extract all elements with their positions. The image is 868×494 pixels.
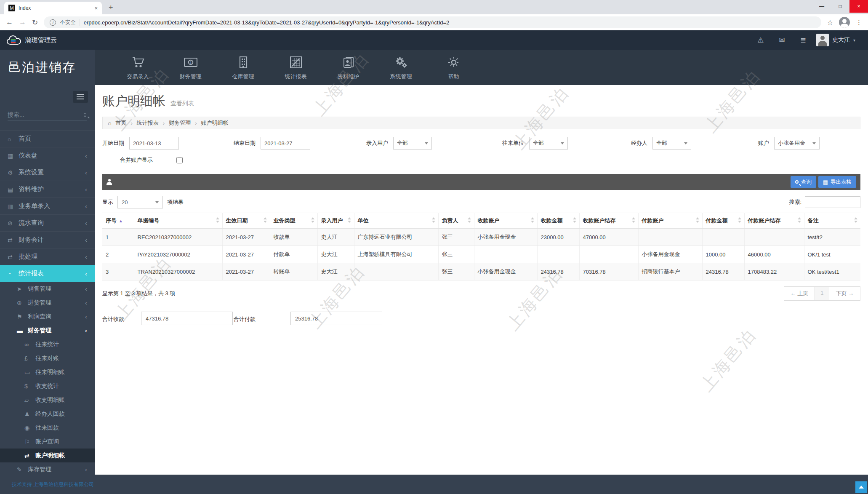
reload-icon[interactable]: ↻ [32, 18, 38, 27]
col-payment-amount[interactable]: 付款金额 [702, 213, 744, 229]
sidebar-item-income-expense-stats[interactable]: $ 收支统计 [0, 379, 95, 393]
user-icon: ♟ [24, 411, 35, 417]
sidebar-item-purchase-mgmt[interactable]: ⊕ 进货管理 ‹ [0, 296, 95, 310]
mail-icon[interactable]: ✉ [779, 36, 785, 45]
sidebar-item-stats-report[interactable]: ◔ 统计报表 ‹ [0, 265, 95, 282]
user-icon [107, 179, 112, 185]
forward-icon[interactable]: → [19, 18, 26, 27]
breadcrumb-separator [195, 120, 197, 126]
new-tab-button[interactable]: + [109, 4, 113, 11]
money-bill-icon: 1 [184, 55, 197, 70]
nav-stats-report[interactable]: 统计报表 [269, 50, 322, 85]
sidebar-item-batch-process[interactable]: ⇄ 批处理 ‹ [0, 248, 95, 265]
site-info-icon[interactable]: i [50, 19, 56, 26]
col-biz-type[interactable]: 业务类型 [270, 213, 317, 229]
sidebar-item-agent-collection[interactable]: ♟ 经办人回款 [0, 407, 95, 421]
col-entry-user[interactable]: 录入用户 [317, 213, 354, 229]
nav-trade-entry[interactable]: 交易录入 [112, 50, 164, 85]
page-size-select[interactable]: 20 [117, 196, 163, 208]
start-date-input[interactable] [129, 137, 179, 150]
back-to-top-button[interactable] [855, 481, 867, 493]
nav-system-mgmt[interactable]: 系统管理 [375, 50, 427, 85]
query-button[interactable]: 查询 [791, 176, 816, 188]
sidebar-item-system-settings[interactable]: ⚙ 系统设置 ‹ [0, 164, 95, 181]
sun-icon [448, 55, 460, 70]
total-payment-input[interactable] [290, 312, 382, 325]
search-icon[interactable] [84, 113, 86, 117]
sidebar-item-party-reconcile[interactable]: £ 往来对账 [0, 351, 95, 365]
tab-close-icon[interactable]: × [94, 5, 98, 11]
url-text[interactable]: erpdoc.epoerp.cn/Biz/Stat/AccountDetail?… [84, 19, 450, 26]
export-table-button[interactable]: ▦ 导出表格 [818, 176, 856, 188]
table-search-input[interactable] [805, 196, 860, 208]
sidebar-item-finance-mgmt[interactable]: ▬ 财务管理 ‹ [0, 323, 95, 337]
nav-finance-mgmt[interactable]: 1 财务管理 [164, 50, 217, 85]
col-unit[interactable]: 单位 [354, 213, 438, 229]
sidebar-item-account-query[interactable]: ⚐ 账户查询 [0, 435, 95, 449]
chevron-icon: ‹ [85, 466, 87, 473]
back-icon[interactable]: ← [6, 18, 13, 27]
nav-warehouse-mgmt[interactable]: 仓库管理 [217, 50, 269, 85]
next-page-button[interactable]: 下页 → [829, 286, 860, 301]
table-row[interactable]: 1REC20210327000002 2021-03-27收款单 史大江广东博远… [102, 229, 860, 246]
bookmark-star-icon[interactable]: ☆ [827, 19, 833, 27]
nav-help[interactable]: 帮助 [427, 50, 480, 85]
alert-icon[interactable]: ⚠ [757, 36, 764, 45]
current-page[interactable]: 1 [815, 286, 829, 301]
server-icon[interactable]: ≣ [800, 36, 806, 45]
sidebar-search-input[interactable] [8, 111, 84, 118]
nav-data-maintenance[interactable]: 资料维护 [322, 50, 375, 85]
sidebar-item-profit-query[interactable]: ⚑ 利润查询 ‹ [0, 310, 95, 323]
end-date-input[interactable] [261, 137, 310, 150]
col-receipt-account[interactable]: 收款账户 [474, 213, 537, 229]
sidebar-item-dashboard[interactable]: ▦ 仪表盘 ‹ [0, 147, 95, 164]
address-bar[interactable]: i 不安全 erpdoc.epoerp.cn/Biz/Stat/AccountD… [44, 16, 821, 28]
col-payment-balance[interactable]: 付款账户结存 [744, 213, 804, 229]
prev-page-button[interactable]: ← 上页 [784, 286, 815, 301]
col-receipt-balance[interactable]: 收款账户结存 [579, 213, 638, 229]
window-maximize-button[interactable]: □ [831, 0, 849, 13]
account-select[interactable]: 小张备用金 [774, 137, 820, 150]
table-row[interactable]: 2PAY20210327000002 2021-03-27付款单 史大江上海塑骄… [102, 246, 860, 263]
breadcrumb-stats-report[interactable]: 统计报表 [137, 119, 159, 127]
party-select[interactable]: 全部 [529, 137, 568, 150]
col-effective-date[interactable]: 生效日期 [222, 213, 270, 229]
sidebar-item-party-ledger[interactable]: ▭ 往来明细账 [0, 365, 95, 379]
sidebar-item-data-maintenance[interactable]: ▤ 资料维护 ‹ [0, 181, 95, 198]
entry-user-select[interactable]: 全部 [393, 137, 432, 150]
svg-text:1: 1 [189, 60, 192, 64]
user-name: 史大江 [832, 36, 850, 44]
table-row[interactable]: 3TRAN20210327000002 2021-03-27转账单 史大江 张三… [102, 263, 860, 280]
browser-profile-avatar[interactable] [839, 17, 850, 28]
pagination: ← 上页 1 下页 → [784, 286, 860, 301]
pound-icon: £ [24, 355, 35, 362]
browser-menu-icon[interactable]: ⋮ [856, 19, 862, 26]
col-receipt-amount[interactable]: 收款金额 [537, 213, 579, 229]
col-seq[interactable]: 序号▲ [102, 213, 134, 229]
sidebar-item-party-collection[interactable]: ◉ 往来回款 [0, 421, 95, 435]
sidebar-item-party-stats[interactable]: ∞ 往来统计 [0, 337, 95, 351]
merge-accounts-checkbox[interactable] [176, 157, 183, 163]
sidebar-item-sales-mgmt[interactable]: ➤ 销售管理 ‹ [0, 282, 95, 296]
agent-select[interactable]: 全部 [652, 137, 691, 150]
sidebar-item-income-expense-ledger[interactable]: ▱ 收支明细账 [0, 393, 95, 407]
account-detail-table: 序号▲ 单据编号 生效日期 业务类型 录入用户 单位 负责人 收款账户 收款金额… [102, 213, 860, 280]
window-minimize-button[interactable]: — [812, 0, 831, 13]
sidebar-item-flow-query[interactable]: ⊘ 流水查询 ‹ [0, 214, 95, 231]
col-owner[interactable]: 负责人 [438, 213, 474, 229]
sidebar-item-account-detail[interactable]: ⇄ 账户明细帐 [0, 449, 95, 462]
sidebar-item-finance-accounting[interactable]: ⇄ 财务会计 ‹ [0, 231, 95, 248]
user-menu[interactable]: 史大江 ▾ [816, 34, 855, 46]
col-payment-account[interactable]: 付款账户 [638, 213, 702, 229]
sidebar-collapse-button[interactable] [73, 91, 88, 103]
breadcrumb-home[interactable]: 首页 [115, 119, 126, 127]
sidebar-item-home[interactable]: ⌂ 首页 [0, 130, 95, 147]
sidebar-item-order-entry[interactable]: ▥ 业务单录入 ‹ [0, 198, 95, 214]
breadcrumb-finance-mgmt[interactable]: 财务管理 [169, 119, 191, 127]
col-remark[interactable]: 备注 [804, 213, 860, 229]
col-doc-no[interactable]: 单据编号 [134, 213, 222, 229]
browser-tab[interactable]: M Index × [4, 2, 102, 14]
browser-tab-bar: M Index × + — □ × [0, 0, 868, 14]
window-close-button[interactable]: × [849, 0, 868, 13]
total-receipt-input[interactable] [141, 312, 233, 325]
